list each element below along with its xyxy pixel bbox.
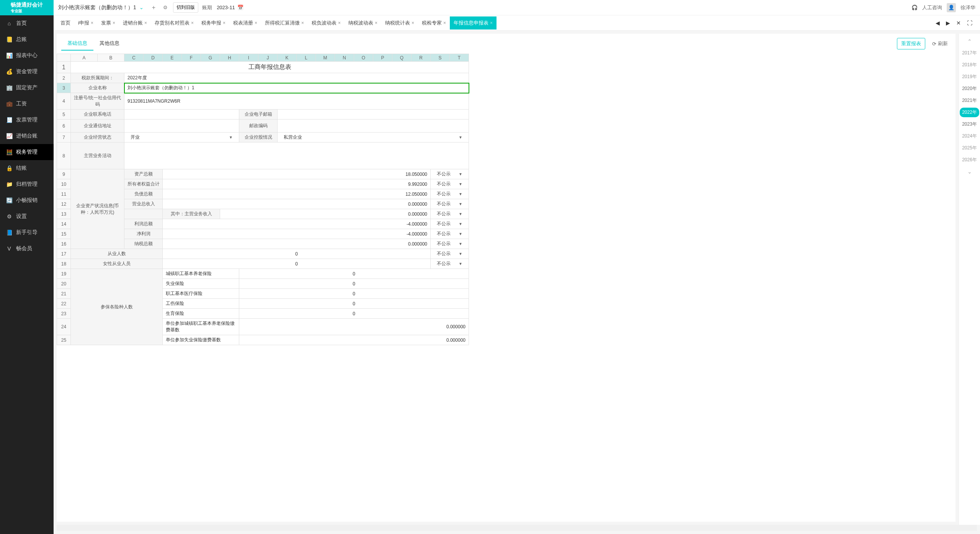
col-head-K[interactable]: K (278, 54, 297, 62)
tab-0[interactable]: 首页 (57, 16, 74, 29)
tab-close-icon[interactable]: × (412, 20, 414, 26)
col-head-Q[interactable]: Q (392, 54, 412, 62)
year-down-icon[interactable]: ⌄ (966, 167, 973, 176)
col-head-E[interactable]: E (163, 54, 182, 62)
dropdown-cell[interactable]: 不公示▼ (431, 219, 469, 229)
avatar[interactable]: 👤 (947, 3, 956, 12)
col-head-M[interactable]: M (316, 54, 335, 62)
tab-close-icon[interactable]: × (301, 20, 304, 26)
sidebar-item-12[interactable]: ⚙设置 (0, 208, 54, 224)
data-cell[interactable]: 0 (163, 259, 431, 269)
data-cell[interactable]: 12.050000 (163, 189, 431, 199)
row-head-14[interactable]: 14 (57, 219, 71, 229)
dropdown-cell[interactable]: 不公示▼ (431, 199, 469, 209)
data-cell[interactable]: 单位参加城镇职工基本养老保险缴费基数 (163, 319, 239, 335)
col-head-J[interactable]: J (258, 54, 278, 62)
sidebar-item-10[interactable]: 📁归档管理 (0, 176, 54, 192)
data-cell[interactable] (124, 120, 239, 133)
tab-next-icon[interactable]: ▶ (944, 18, 952, 28)
data-cell[interactable]: 工伤保险 (163, 299, 239, 309)
fullscreen-icon[interactable]: ⛶ (965, 18, 974, 28)
col-head-A[interactable]: A (71, 54, 98, 62)
tab-12[interactable]: 年报信息申报表× (450, 16, 497, 29)
user-name[interactable]: 徐泽华 (960, 4, 975, 11)
dropdown-cell[interactable]: 开业▼ (124, 133, 239, 143)
tab-9[interactable]: 纳税波动表× (345, 16, 381, 29)
data-cell[interactable]: 0 (239, 279, 469, 289)
sidebar-item-0[interactable]: ⌂首页 (0, 15, 54, 31)
refresh-button[interactable]: ⟳ 刷新 (929, 38, 951, 49)
col-head-H[interactable]: H (220, 54, 239, 62)
sidebar-item-3[interactable]: 💰资金管理 (0, 64, 54, 80)
year-2023年[interactable]: 2023年 (960, 120, 979, 129)
row-head-20[interactable]: 20 (57, 279, 71, 289)
data-cell[interactable]: 0.000000 (239, 319, 469, 335)
row-head-8[interactable]: 8 (57, 143, 71, 169)
col-head-C[interactable]: C (124, 54, 144, 62)
col-head-L[interactable]: L (297, 54, 316, 62)
year-2022年[interactable]: 2022年 (960, 108, 979, 117)
tab-close-all-icon[interactable]: ✕ (955, 18, 962, 28)
row-head-10[interactable]: 10 (57, 179, 71, 189)
data-cell[interactable]: 18.050000 (163, 169, 431, 179)
sidebar-item-14[interactable]: V畅会员 (0, 241, 54, 257)
data-cell[interactable]: 失业保险 (163, 279, 239, 289)
dropdown-cell[interactable]: 不公示▼ (431, 239, 469, 249)
tab-8[interactable]: 税负波动表× (308, 16, 345, 29)
data-cell[interactable]: 0.000000 (239, 335, 469, 345)
data-cell[interactable]: 0 (239, 309, 469, 319)
sidebar-item-9[interactable]: 🔒结账 (0, 160, 54, 176)
consult-link[interactable]: 人工咨询 (922, 4, 942, 11)
sidebar-item-8[interactable]: 🧮税务管理 (0, 144, 54, 160)
col-head-P[interactable]: P (373, 54, 392, 62)
data-cell[interactable]: 2022年度 (124, 73, 469, 83)
sidebar-item-6[interactable]: 🧾发票管理 (0, 112, 54, 128)
spreadsheet[interactable]: ABCDEFGHIJKLMNOPQRST1工商年报信息表2税款所属期间：2022… (57, 54, 956, 522)
chevron-down-icon[interactable]: ⌄ (139, 5, 144, 10)
row-head-2[interactable]: 2 (57, 73, 71, 83)
data-cell[interactable]: 9.992000 (163, 179, 431, 189)
tab-1[interactable]: i申报× (74, 16, 97, 29)
data-cell[interactable]: 刘小艳演示账套（勿删勿动！）1 (124, 83, 469, 93)
col-head-[interactable] (57, 54, 71, 62)
data-cell[interactable]: 0 (239, 289, 469, 299)
row-head-17[interactable]: 17 (57, 249, 71, 259)
switch-old-version-button[interactable]: 切到旧版 (173, 2, 198, 13)
row-head-7[interactable]: 7 (57, 133, 71, 143)
data-cell[interactable]: 0 (163, 249, 431, 259)
col-head-N[interactable]: N (335, 54, 354, 62)
row-head-24[interactable]: 24 (57, 319, 71, 335)
dropdown-cell[interactable]: 不公示▼ (431, 209, 469, 219)
col-head-I[interactable]: I (239, 54, 258, 62)
dropdown-cell[interactable]: 不公示▼ (431, 169, 469, 179)
dropdown-cell[interactable]: 不公示▼ (431, 259, 469, 269)
row-head-5[interactable]: 5 (57, 110, 71, 120)
sidebar-item-11[interactable]: 🔄小畅报销 (0, 192, 54, 208)
row-head-21[interactable]: 21 (57, 289, 71, 299)
data-cell[interactable]: 生育保险 (163, 309, 239, 319)
sidebar-item-1[interactable]: 📒总账 (0, 31, 54, 48)
tab-5[interactable]: 税务申报× (198, 16, 229, 29)
row-head-6[interactable]: 6 (57, 120, 71, 133)
tab-4[interactable]: 存货别名对照表× (151, 16, 198, 29)
col-head-G[interactable]: G (201, 54, 220, 62)
row-head-9[interactable]: 9 (57, 169, 71, 179)
col-head-T[interactable]: T (450, 54, 469, 62)
data-cell[interactable]: 职工基本医疗保险 (163, 289, 239, 299)
dropdown-cell[interactable]: 不公示▼ (431, 189, 469, 199)
reset-report-button[interactable]: 重置报表 (897, 38, 925, 49)
row-head-3[interactable]: 3 (57, 83, 71, 93)
data-cell[interactable] (278, 110, 469, 120)
dropdown-cell[interactable]: 不公示▼ (431, 249, 469, 259)
data-cell[interactable]: 0 (239, 269, 469, 279)
tab-11[interactable]: 税检专家× (418, 16, 450, 29)
horizontal-scrollbar[interactable] (57, 525, 977, 531)
row-head-11[interactable]: 11 (57, 189, 71, 199)
tab-close-icon[interactable]: × (144, 20, 147, 26)
tab-close-icon[interactable]: × (223, 20, 225, 26)
data-cell[interactable]: 0 (239, 299, 469, 309)
row-head-25[interactable]: 25 (57, 335, 71, 345)
col-head-D[interactable]: D (144, 54, 163, 62)
row-head-1[interactable]: 1 (57, 62, 71, 73)
sidebar-item-7[interactable]: 📈进销台账 (0, 128, 54, 144)
